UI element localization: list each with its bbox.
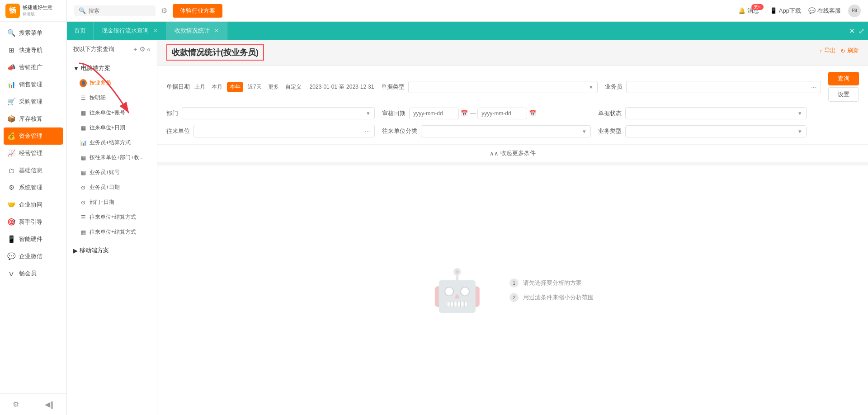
staff-select[interactable]: ··· [626, 81, 821, 93]
partner-select[interactable]: ··· [193, 125, 375, 137]
scheme-item-partner-account-label: 往来单位+账号 [90, 109, 125, 117]
collapse-bar[interactable]: ∧∧ 收起更多条件 [157, 144, 868, 162]
marketing-icon: 📣 [7, 63, 15, 71]
scheme-item-partner-dept-label: 按往来单位+部门+收... [90, 154, 144, 161]
sidebar-item-quick-nav[interactable]: ⊞ 快捷导航 [0, 42, 66, 59]
tabbar: 首页 现金银行流水查询 ✕ 收款情况统计 ✕ ✕ ⤢ [67, 22, 868, 40]
tab-close-all-icon[interactable]: ✕ [849, 27, 855, 35]
settings-icon[interactable]: ⚙ [161, 6, 167, 15]
settings-button[interactable]: 设置 [828, 87, 859, 102]
date-tab-this-year[interactable]: 本年 [227, 82, 243, 92]
member-icon: V [7, 269, 15, 278]
sidebar-collapse-btn[interactable]: ◀‖ [42, 397, 57, 411]
logo-edition: 标准版 [23, 11, 52, 17]
export-button[interactable]: ↑ 导出 [820, 47, 836, 55]
scheme-item-staff-account-label: 业务员+账号 [90, 169, 120, 176]
download-icon: 📱 [770, 7, 777, 14]
refresh-button[interactable]: ↻ 刷新 [840, 47, 859, 55]
scheme-item-partner-settlement2[interactable]: ▦ 往来单位+结算方式 [67, 225, 157, 240]
business-type-select[interactable]: ▾ [625, 125, 807, 137]
date-tab-this-month[interactable]: 本月 [210, 82, 224, 92]
tab-receipt[interactable]: 收款情况统计 ✕ [166, 22, 227, 40]
scheme-item-staff-account[interactable]: ▦ 业务员+账号 [67, 165, 157, 180]
service-btn[interactable]: 💬 在线客服 [808, 7, 841, 15]
query-button[interactable]: 查询 [828, 72, 859, 85]
sidebar-item-enterprise[interactable]: 🤝 企业协同 [0, 196, 66, 213]
sidebar-item-search[interactable]: 🔍 搜索菜单 [0, 24, 66, 42]
sidebar-item-finance-label: 资金管理 [19, 132, 42, 140]
sidebar-item-system[interactable]: ⚙ 系统管理 [0, 179, 66, 196]
topbar-search-box[interactable]: 🔍 [74, 5, 156, 16]
sidebar-item-sales[interactable]: 📊 销售管理 [0, 76, 66, 93]
scheme-item-partner-dept[interactable]: ▦ 按往来单位+部门+收... [67, 150, 157, 165]
partner-category-select[interactable]: ▾ [421, 125, 590, 137]
chevron-down-icon: ▾ [590, 84, 593, 90]
sidebar-settings-btn[interactable]: ⚙ [10, 397, 22, 411]
dept-select[interactable]: ▾ [182, 107, 375, 119]
action-buttons: 查询 设置 [828, 72, 859, 102]
scheme-item-partner-account[interactable]: ▦ 往来单位+账号 [67, 105, 157, 120]
enterprise-icon: 🤝 [7, 201, 15, 209]
date-tab-7days[interactable]: 近7天 [246, 82, 264, 92]
sidebar-item-operation[interactable]: 📈 经营管理 [0, 145, 66, 162]
filter-row-2: 部门 ▾ 审核日期 📅 — 📅 [166, 107, 859, 119]
tab-bank-close-icon[interactable]: ✕ [153, 28, 158, 34]
mobile-group-toggle[interactable]: ▶ 移动端方案 [67, 243, 157, 258]
trial-button[interactable]: 体验行业方案 [173, 4, 222, 18]
tab-expand-icon[interactable]: ⤢ [859, 27, 864, 35]
sidebar-item-base[interactable]: 🗂 基础信息 [0, 162, 66, 179]
scheme-item-partner-date[interactable]: ▦ 往来单位+日期 [67, 120, 157, 135]
audit-date-to[interactable] [477, 108, 527, 119]
calendar-from-icon[interactable]: 📅 [461, 110, 468, 117]
sidebar-item-guide[interactable]: 🎯 新手引导 [0, 213, 66, 231]
search-input[interactable] [89, 8, 143, 14]
scheme-settings-btn[interactable]: ⚙ [139, 45, 145, 53]
ellipsis-btn[interactable]: ··· [811, 84, 816, 90]
audit-date-from[interactable] [409, 108, 459, 119]
sidebar-item-search-label: 搜索菜单 [19, 29, 42, 37]
sidebar-item-hardware[interactable]: 📱 智能硬件 [0, 231, 66, 248]
logo-text-area: 畅捷通好生意 标准版 [23, 4, 52, 17]
date-tab-last-month[interactable]: 上月 [193, 82, 207, 92]
scheme-item-partner-settlement1[interactable]: ☰ 往来单位+结算方式 [67, 210, 157, 225]
export-icon: ↑ [820, 47, 823, 54]
pc-group-toggle[interactable]: ▼ 电脑端方案 [67, 61, 157, 75]
doc-status-select[interactable]: ▾ [625, 107, 807, 119]
sidebar-item-operation-label: 经营管理 [19, 149, 42, 157]
sidebar-item-finance[interactable]: 💰 资金管理 [4, 127, 63, 145]
scheme-item-dept-date[interactable]: ⊙ 部门+日期 [67, 195, 157, 210]
panel-collapse-btn[interactable]: « [147, 45, 151, 53]
topbar: 🔍 ⚙ 体验行业方案 🔔 消息 99+ 📱 App下载 💬 在线客服 Rit [67, 0, 868, 22]
sidebar-item-enterprise-label: 企业协同 [19, 201, 42, 209]
sidebar-item-wechat[interactable]: 💬 企业微信 [0, 248, 66, 265]
sidebar-item-guide-label: 新手引导 [19, 218, 42, 226]
doc-type-select[interactable]: ▾ [408, 81, 597, 93]
date-range-display: 2023-01-01 至 2023-12-31 [310, 83, 374, 91]
sidebar-item-purchase[interactable]: 🛒 采购管理 [0, 93, 66, 110]
messages-btn[interactable]: 🔔 消息 99+ [738, 7, 759, 15]
scheme-item-by-detail[interactable]: ☰ 按明细 [67, 90, 157, 105]
user-avatar[interactable]: Rit [848, 5, 861, 17]
date-tab-more[interactable]: 更多 [266, 82, 281, 92]
calendar-to-icon[interactable]: 📅 [529, 110, 536, 117]
download-btn[interactable]: 📱 App下载 [770, 7, 801, 15]
tab-home[interactable]: 首页 [67, 22, 94, 40]
partner-account-icon: ▦ [80, 109, 87, 117]
sidebar-item-marketing[interactable]: 📣 营销推广 [0, 59, 66, 76]
tab-receipt-close-icon[interactable]: ✕ [214, 28, 219, 34]
download-label: App下载 [779, 7, 801, 15]
add-scheme-btn[interactable]: + [133, 45, 137, 53]
scheme-item-staff-date[interactable]: ⊙ 业务员+日期 [67, 180, 157, 195]
sidebar-item-quick-nav-label: 快捷导航 [19, 46, 42, 54]
scheme-item-staff-settlement[interactable]: 📊 业务员+结算方式 [67, 135, 157, 150]
sidebar-item-member-label: 畅会员 [19, 269, 37, 278]
tab-bank[interactable]: 现金银行流水查询 ✕ [94, 22, 166, 40]
sidebar-item-member[interactable]: V 畅会员 [0, 265, 66, 282]
date-tab-custom[interactable]: 自定义 [283, 82, 303, 92]
sidebar-item-warehouse[interactable]: 📦 库存核算 [0, 110, 66, 127]
main-area: 🔍 ⚙ 体验行业方案 🔔 消息 99+ 📱 App下载 💬 在线客服 Rit [67, 0, 868, 415]
partner-ellipsis-icon[interactable]: ··· [365, 127, 370, 135]
business-type-label: 业务类型 [598, 127, 622, 135]
scheme-item-by-staff[interactable]: 👤 按业务员 [67, 75, 157, 90]
logo-icon: 畅 [5, 4, 20, 18]
